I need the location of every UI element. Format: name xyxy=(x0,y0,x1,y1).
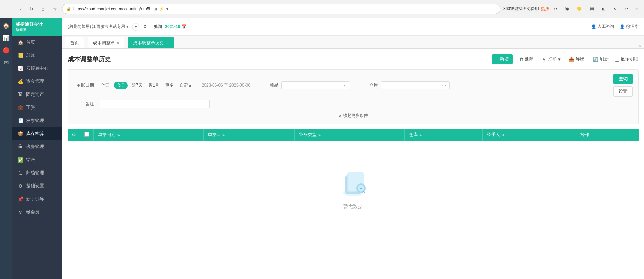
goods-select[interactable]: ··· xyxy=(281,81,350,89)
th-doc-num[interactable]: 单据... ⇅ xyxy=(203,129,294,141)
show-detail-checkbox-label[interactable]: 显示明细 xyxy=(615,56,639,62)
undo-btn[interactable]: ↩ xyxy=(622,5,631,12)
today-btn[interactable]: 今天 xyxy=(114,82,128,89)
goods-value xyxy=(284,83,341,88)
th-checkbox[interactable] xyxy=(80,129,94,141)
export-icon: 📤 xyxy=(569,57,574,62)
tab-cost-adjust-close[interactable]: × xyxy=(117,41,119,45)
grid-btn[interactable]: ⊞ xyxy=(599,5,608,12)
brightness-btn[interactable]: ☀ xyxy=(610,5,620,12)
th-doc-date-label: 单据日期 xyxy=(98,132,116,138)
new-btn[interactable]: + 新增 xyxy=(492,54,513,64)
icon-sidebar-message[interactable]: ✉ xyxy=(0,56,12,69)
sidebar-item-cloud-report[interactable]: 📈 云报表中心 xyxy=(12,62,62,75)
company-dropdown-icon: ▾ xyxy=(126,24,128,29)
sidebar-item-general-ledger[interactable]: 📒 总账 xyxy=(12,49,62,62)
date-filter-label: 单据日期 xyxy=(74,82,94,88)
more-btn[interactable]: 更多 xyxy=(163,82,176,89)
close-all-tabs-btn[interactable]: × xyxy=(639,43,641,48)
icon-sidebar-report[interactable]: 📊 xyxy=(0,32,12,44)
select-all-checkbox[interactable] xyxy=(84,132,89,137)
back-button[interactable]: ← xyxy=(3,4,12,13)
delete-btn[interactable]: 🗑 删除 xyxy=(517,55,536,64)
calendar-icon[interactable]: 📅 xyxy=(181,24,187,29)
th-handler[interactable]: 经手人 ⇅ xyxy=(482,129,576,141)
scissors-btn[interactable]: ✂ xyxy=(551,5,560,12)
browser-bar: ← → ↻ ⌂ ☆ 🔒 https://cloud.chanjet.com/ac… xyxy=(0,0,644,18)
export-btn[interactable]: 📤 导出 xyxy=(567,55,587,64)
support-icon: 👤 xyxy=(591,24,596,29)
data-table: ⚙ 单据日期 ⇅ 单据... xyxy=(68,129,639,237)
reload-button[interactable]: ↻ xyxy=(27,4,36,13)
date-range-text: 2023-06-06 至 2023-06-06 xyxy=(202,82,250,88)
warehouse-select[interactable]: ··· xyxy=(381,81,450,89)
sidebar-item-invoice[interactable]: 🧾 发票管理 xyxy=(12,114,62,127)
search-text: 360智能抠图免费用 xyxy=(503,6,539,12)
refresh-icon: 🔄 xyxy=(593,57,598,62)
remark-input[interactable] xyxy=(100,100,210,108)
print-dropdown-icon: ▾ xyxy=(558,57,561,62)
sidebar-item-salary[interactable]: 💼 工资 xyxy=(12,101,62,114)
bookmark-button[interactable]: ☆ xyxy=(50,4,59,13)
url-text: https://cloud.chanjet.com/accounting/uru… xyxy=(73,7,150,11)
th-warehouse[interactable]: 仓库 ⇅ xyxy=(405,129,482,141)
address-bar[interactable]: 🔒 https://cloud.chanjet.com/accounting/u… xyxy=(62,4,500,14)
query-btn[interactable]: 查询 xyxy=(613,74,633,84)
sidebar-item-tax[interactable]: 🏛 税务管理 xyxy=(12,140,62,153)
company-name: (勿删勿禁用) 江西服宝测试专用 xyxy=(68,24,125,30)
user-btn[interactable]: 👤 徐泽华 xyxy=(620,24,639,30)
tab-cost-adjust-history-close[interactable]: × xyxy=(166,41,168,45)
print-icon: 🖨 xyxy=(542,57,546,62)
sidebar-item-archive[interactable]: 🗂 归档管理 xyxy=(12,166,62,179)
tab-cost-adjust[interactable]: 成本调整单 × xyxy=(88,37,124,48)
translate-btn[interactable]: 译 xyxy=(562,5,572,13)
tab-cost-adjust-history[interactable]: 成本调整单历史 × xyxy=(128,37,173,48)
sidebar-item-membership[interactable]: V 畅会员 xyxy=(12,205,62,219)
sidebar-item-close-account[interactable]: ✅ 结账 xyxy=(12,153,62,166)
refresh-btn[interactable]: 🔄 刷新 xyxy=(591,55,611,64)
account-period: 账期 2021-10 📅 xyxy=(154,24,187,30)
month-btn[interactable]: 近1月 xyxy=(147,82,161,89)
tabs-bar: 首页 成本调整单 × 成本调整单历史 × × xyxy=(62,36,644,49)
th-actions-label: 操作 xyxy=(580,132,589,137)
home-button[interactable]: ⌂ xyxy=(38,4,47,13)
th-biz-type[interactable]: 业务类型 ⇅ xyxy=(295,129,405,141)
th-doc-date[interactable]: 单据日期 ⇅ xyxy=(94,129,204,141)
salary-icon: 💼 xyxy=(17,105,23,110)
tax-icon: 🏛 xyxy=(17,144,23,149)
filter-settings-btn[interactable]: 设置 xyxy=(613,86,633,97)
top-bar: (勿删勿禁用) 江西服宝测试专用 ▾ + ⚙ 账期 2021-10 📅 👤 人工… xyxy=(62,18,644,36)
browser-tools: 360智能抠图免费用 热搜 ✂ 译 💛 🎮 ⊞ ☀ ↩ ≡ xyxy=(503,5,641,13)
show-detail-checkbox[interactable] xyxy=(615,57,619,62)
th-gear[interactable]: ⚙ xyxy=(68,129,80,141)
biz-type-sort-icon: ⇅ xyxy=(318,133,321,137)
fixed-assets-icon: 🏗 xyxy=(17,92,23,97)
filter-row-date: 单据日期 昨天 今天 近7天 近1月 更多 自定义 2023-06-06 至 2… xyxy=(74,74,633,97)
forward-button[interactable]: → xyxy=(15,4,24,13)
yesterday-btn[interactable]: 昨天 xyxy=(100,82,112,89)
sidebar-item-inventory[interactable]: 📦 库存核算 xyxy=(12,127,62,140)
week-btn[interactable]: 近7天 xyxy=(130,82,145,89)
cloud-icon: 📈 xyxy=(17,66,23,71)
app-wrapper: 🏠 📊 🔴 ✉ 畅捷通好会计 旗舰版 🏠 首页 📒 总账 📈 云报表中心 💰 资… xyxy=(0,18,644,279)
print-btn[interactable]: 🖨 打印 ▾ xyxy=(540,55,563,64)
company-select[interactable]: (勿删勿禁用) 江西服宝测试专用 ▾ xyxy=(68,24,128,30)
game-btn[interactable]: 🎮 xyxy=(587,5,597,12)
sidebar-item-guide[interactable]: 📌 新手引导 xyxy=(12,192,62,205)
support-btn[interactable]: 👤 人工咨询 xyxy=(591,24,614,30)
icon-sidebar-home[interactable]: 🏠 xyxy=(0,19,12,32)
sidebar-item-home[interactable]: 🏠 首页 xyxy=(12,36,62,49)
wallet-btn[interactable]: 💛 xyxy=(574,5,585,12)
sidebar-item-fund[interactable]: 💰 资金管理 xyxy=(12,75,62,88)
tab-home[interactable]: 首页 xyxy=(65,37,84,48)
icon-sidebar-notification[interactable]: 🔴 xyxy=(0,44,12,56)
menu-btn[interactable]: ≡ xyxy=(633,5,641,12)
sidebar-item-fixed-assets[interactable]: 🏗 固定资产 xyxy=(12,88,62,101)
custom-btn[interactable]: 自定义 xyxy=(178,82,194,89)
support-label: 人工咨询 xyxy=(598,24,614,30)
hot-search-label: 热搜 xyxy=(541,6,549,12)
add-company-button[interactable]: + xyxy=(132,23,139,31)
sidebar-item-settings[interactable]: ⚙ 基础设置 xyxy=(12,179,62,192)
collapse-btn[interactable]: ∧ 收起更多条件 xyxy=(336,111,371,120)
settings-gear-icon[interactable]: ⚙ xyxy=(143,24,147,29)
